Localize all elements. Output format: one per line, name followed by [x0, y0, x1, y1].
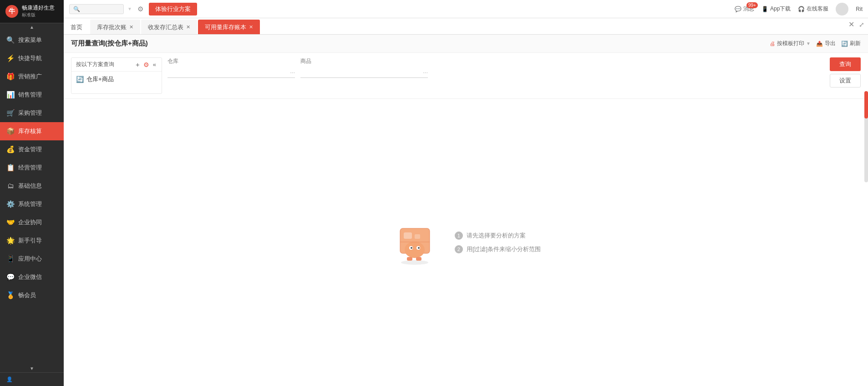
settings-btn[interactable]: 设置 [830, 74, 861, 87]
tab-available-qty[interactable]: 可用量库存账本 ✕ [198, 20, 260, 34]
right-scrollbar[interactable] [864, 91, 868, 182]
brand-sub: 标准版 [22, 12, 55, 18]
page-content: 可用量查询(按仓库+商品) 🖨 按模板打印 ▼ 📤 导出 🔄 刷新 [64, 35, 868, 386]
sidebar-item-newbie[interactable]: 🌟 新手引导 [0, 232, 64, 250]
filter-group-product: 商品 ··· [300, 57, 428, 78]
brand-name: 畅康通好生意 [22, 5, 55, 12]
sidebar-item-label: 新手引导 [18, 237, 42, 245]
empty-hint-2: 2 用[过滤]条件来缩小分析范围 [455, 245, 541, 253]
sidebar-item-sales[interactable]: 📊 销售管理 [0, 86, 64, 104]
refresh-btn[interactable]: 🔄 刷新 [841, 40, 861, 47]
tab-collect-summary[interactable]: 收发存汇总表 ✕ [141, 20, 197, 34]
warehouse-input[interactable] [168, 69, 288, 76]
online-service-label: 在线客服 [807, 5, 828, 13]
svg-point-6 [418, 247, 420, 249]
hint-text-2: 用[过滤]条件来缩小分析范围 [467, 245, 541, 253]
scheme-add-btn[interactable]: + [135, 61, 141, 68]
sidebar-item-inventory[interactable]: 📦 库存核算 [0, 122, 64, 140]
hint-number-2: 2 [455, 245, 463, 253]
product-filter-label: 商品 [300, 57, 428, 65]
weixin-icon: 💬 [6, 273, 15, 281]
sidebar-item-shortcut[interactable]: ⚡ 快捷导航 [0, 49, 64, 67]
topbar-online-service-btn[interactable]: 🎧 在线客服 [798, 5, 828, 13]
topbar-search-box[interactable]: 🔍 [69, 4, 124, 14]
tab-batch-account[interactable]: 库存批次账 ✕ [90, 20, 140, 34]
enterprise-icon: 🤝 [6, 218, 15, 226]
search-icon: 🔍 [6, 36, 15, 44]
sidebar-item-search[interactable]: 🔍 搜索菜单 [0, 31, 64, 49]
tab-collect-summary-close[interactable]: ✕ [186, 24, 190, 30]
sidebar-item-label: 经营管理 [18, 164, 42, 172]
topbar-dropdown-arrow[interactable]: ▼ [127, 6, 132, 11]
tab-batch-account-close[interactable]: ✕ [129, 24, 133, 30]
scheme-settings-btn[interactable]: ⚙ [142, 61, 150, 68]
tab-home-label: 首页 [71, 23, 82, 31]
product-more-btn[interactable]: ··· [423, 69, 428, 76]
scheme-panel-label: 按以下方案查询 [76, 61, 114, 68]
empty-state-illustration [391, 217, 441, 268]
right-scrollbar-thumb[interactable] [864, 91, 868, 118]
sidebar-item-label: 基础信息 [18, 182, 42, 190]
page-header-actions: 🖨 按模板打印 ▼ 📤 导出 🔄 刷新 [770, 40, 861, 47]
sidebar-bottom[interactable]: 👤 [0, 372, 64, 386]
topbar-right: 💬 消息 99+ 📱 App下载 🎧 在线客服 Rit [735, 3, 863, 15]
topbar-industry-btn[interactable]: 体验行业方案 [149, 3, 197, 15]
scheme-collapse-btn[interactable]: « [152, 61, 157, 68]
sidebar-item-operations[interactable]: 📋 经营管理 [0, 159, 64, 177]
sidebar-nav: 🔍 搜索菜单 ⚡ 快捷导航 🎁 营销推广 📊 销售管理 🛒 采购管理 📦 库存核… [0, 31, 64, 365]
user-name-text[interactable]: Rit [856, 6, 863, 12]
query-btn[interactable]: 查询 [830, 57, 861, 71]
hint-text-1: 请先选择要分析的方案 [467, 232, 526, 240]
sidebar-item-app-center[interactable]: 📱 应用中心 [0, 250, 64, 268]
sidebar-item-member[interactable]: 🏅 畅会员 [0, 286, 64, 304]
sidebar-item-label: 畅会员 [18, 291, 36, 299]
sidebar-scroll-down[interactable]: ▼ [0, 365, 64, 372]
tabbar-close-btn[interactable]: ✕ [848, 20, 854, 29]
sidebar-item-purchase[interactable]: 🛒 采购管理 [0, 104, 64, 122]
sidebar-item-enterprise[interactable]: 🤝 企业协同 [0, 213, 64, 232]
sidebar-scroll-up[interactable]: ▲ [0, 23, 64, 31]
filter-area: 仓库 ··· 商品 ··· [168, 57, 824, 78]
query-actions: 查询 设置 [830, 57, 861, 87]
scheme-panel-actions: + ⚙ « [135, 61, 157, 68]
tab-home[interactable]: 首页 [64, 20, 89, 34]
scheme-item-icon: 🔄 [76, 76, 84, 83]
export-label: 导出 [825, 40, 836, 47]
print-btn[interactable]: 🖨 按模板打印 ▼ [770, 40, 811, 47]
tab-available-qty-close[interactable]: ✕ [249, 24, 253, 30]
sidebar-item-marketing[interactable]: 🎁 营销推广 [0, 67, 64, 86]
topbar-gear-icon[interactable]: ⚙ [136, 3, 145, 15]
sidebar-item-label: 采购管理 [18, 109, 42, 117]
print-dropdown-icon[interactable]: ▼ [806, 41, 811, 46]
sidebar-item-weixin[interactable]: 💬 企业微信 [0, 268, 64, 286]
svg-point-10 [401, 260, 428, 265]
svg-rect-12 [416, 257, 421, 261]
warehouse-more-btn[interactable]: ··· [290, 69, 295, 76]
tabbar-expand-btn[interactable]: ⤢ [859, 21, 864, 28]
inventory-icon: 📦 [6, 127, 15, 135]
member-icon: 🏅 [6, 291, 15, 299]
topbar-app-download-btn[interactable]: 📱 App下载 [761, 5, 791, 13]
svg-point-2 [405, 242, 425, 258]
export-btn[interactable]: 📤 导出 [816, 40, 836, 47]
filter-group-warehouse: 仓库 ··· [168, 57, 295, 78]
operations-icon: 📋 [6, 164, 15, 172]
svg-rect-7 [404, 232, 412, 239]
topbar-message-btn[interactable]: 💬 消息 99+ [735, 5, 754, 13]
scheme-item-label: 仓库+商品 [86, 75, 114, 83]
sidebar-item-finance[interactable]: 💰 资金管理 [0, 140, 64, 159]
hint-number-1: 1 [455, 232, 463, 240]
product-input[interactable] [300, 69, 421, 76]
page-title: 可用量查询(按仓库+商品) [71, 39, 148, 48]
topbar: 🔍 ▼ ⚙ 体验行业方案 💬 消息 99+ 📱 App下载 🎧 在线客服 Rit [64, 0, 868, 18]
newbie-icon: 🌟 [6, 237, 15, 245]
app-download-label: App下载 [770, 5, 791, 13]
tab-available-qty-label: 可用量库存账本 [205, 23, 246, 31]
user-icon: 👤 [6, 376, 13, 382]
sidebar-item-label: 企业微信 [18, 273, 42, 281]
sidebar-item-system[interactable]: ⚙️ 系统管理 [0, 195, 64, 213]
sidebar-item-label: 应用中心 [18, 255, 42, 263]
main-area: 🔍 ▼ ⚙ 体验行业方案 💬 消息 99+ 📱 App下载 🎧 在线客服 Rit [64, 0, 868, 386]
scheme-item-warehouse-product[interactable]: 🔄 仓库+商品 [71, 72, 162, 87]
sidebar-item-basic-info[interactable]: 🗂 基础信息 [0, 177, 64, 195]
